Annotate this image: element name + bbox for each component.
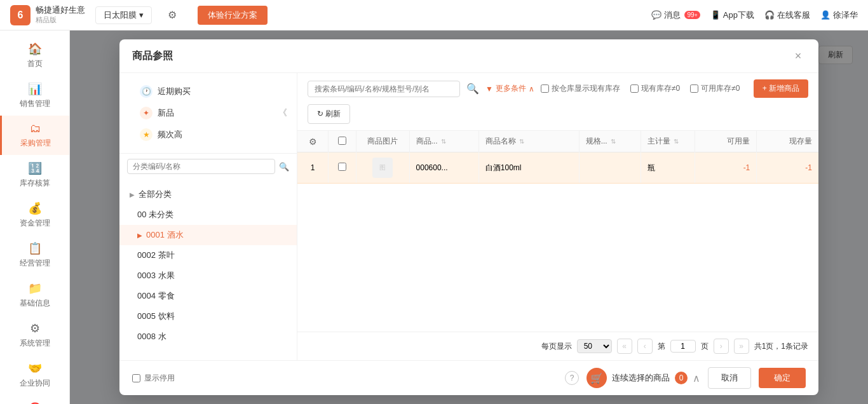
cart-area: 🛒 连续选择的商品 0 ∧: [587, 368, 700, 388]
cat-item-appliance[interactable]: 0010 家电: [119, 347, 297, 353]
settings-icon[interactable]: ⚙: [309, 137, 317, 147]
help-button[interactable]: ?: [565, 371, 579, 385]
col-header-unit[interactable]: 主计量 ⇅: [641, 131, 695, 152]
col-header-stock: 现存量: [757, 131, 818, 152]
brand-name: 畅捷通好生意: [36, 5, 85, 16]
sidebar-item-basic-info[interactable]: 📁 基础信息: [0, 275, 69, 315]
sidebar-item-guide[interactable]: 🎯 新手引导: [0, 395, 69, 404]
sidebar-item-finance[interactable]: 💰 资金管理: [0, 195, 69, 235]
next-page-button[interactable]: ›: [714, 339, 729, 354]
modal-left-panel: 🕐 近期购买 ✦ 新品 ★ 频次高: [119, 73, 297, 360]
product-reference-modal: 商品参照 × 🕐 近期购买: [119, 39, 818, 395]
checkbox-group: 按仓库显示现有库存 现有库存≠0 可用库存≠0: [541, 83, 740, 94]
cancel-button[interactable]: 取消: [708, 367, 751, 389]
user-profile-button[interactable]: 👤 徐泽华: [820, 10, 858, 21]
modal-title: 商品参照: [132, 50, 173, 63]
row-checkbox[interactable]: [329, 152, 356, 184]
recent-purchase-item[interactable]: 🕐 近期购买: [132, 81, 198, 102]
checkbox-stock[interactable]: 现有库存≠0: [630, 83, 680, 94]
frequent-item[interactable]: ★ 频次高: [132, 124, 198, 145]
try-button[interactable]: 体验行业方案: [198, 6, 268, 25]
cat-item-drink[interactable]: 0005 饮料: [119, 306, 297, 327]
app-download-button[interactable]: 📱 App下载: [710, 10, 754, 21]
avatar: 👤: [820, 10, 831, 20]
cat-item-fruit[interactable]: 0003 水果: [119, 266, 297, 286]
category-search-input[interactable]: [127, 159, 275, 174]
pagination: 每页显示 50 10 20 100 « ‹ 第 页: [297, 332, 818, 360]
collapse-left-button[interactable]: 《: [276, 107, 289, 119]
cart-icon: 🛒: [587, 368, 607, 388]
checkbox-avail[interactable]: 可用库存≠0: [690, 83, 740, 94]
cart-label: 连续选择的商品: [612, 372, 670, 384]
last-page-button[interactable]: »: [734, 339, 749, 354]
recent-icon: 🕐: [140, 85, 153, 98]
table-row[interactable]: 1 图 000600... 白酒100ml 瓶 -1 -1: [297, 152, 818, 184]
sort-icon: ⇅: [611, 138, 616, 145]
search-icon[interactable]: 🔍: [466, 83, 479, 95]
operation-icon: 📋: [28, 241, 42, 255]
store-dropdown-icon: ▾: [139, 10, 144, 20]
messages-button[interactable]: 💬 消息 99+: [651, 10, 700, 21]
cat-label: 0001 酒水: [146, 229, 184, 241]
sidebar-item-sales[interactable]: 📊 销售管理: [0, 76, 69, 116]
cat-item-water[interactable]: 0008 水: [119, 327, 297, 347]
cat-item-uncat[interactable]: 00 未分类: [119, 205, 297, 225]
cooperation-icon: 🤝: [28, 361, 42, 375]
cat-label: 全部分类: [139, 189, 172, 200]
product-table-container: ⚙ 商品图片: [297, 131, 818, 332]
show-disabled-input[interactable]: [132, 374, 140, 382]
col-header-code[interactable]: 商品... ⇅: [409, 131, 478, 152]
prev-page-button[interactable]: ‹: [637, 339, 653, 354]
main-layout: 🏠 首页 📊 销售管理 🗂 采购管理 🔢 库存核算 💰 资金管理 📋 经营管理 …: [0, 30, 868, 404]
modal-body: 🕐 近期购买 ✦ 新品 ★ 频次高: [119, 73, 818, 360]
checkbox-avail-input[interactable]: [690, 84, 698, 93]
store-selector[interactable]: 日太阳膜 ▾: [95, 6, 152, 24]
collapse-cart-button[interactable]: ∧: [693, 372, 700, 384]
sidebar-item-purchase[interactable]: 🗂 采购管理: [0, 116, 69, 155]
modal-close-button[interactable]: ×: [790, 48, 806, 64]
cat-item-tea[interactable]: 0002 茶叶: [119, 245, 297, 266]
sidebar-item-operation[interactable]: 📋 经营管理: [0, 235, 69, 275]
row-num: 1: [297, 152, 329, 184]
new-label: 新品: [158, 107, 174, 119]
add-product-button[interactable]: + 新增商品: [754, 79, 808, 98]
product-search-input[interactable]: [308, 81, 460, 97]
refresh-button[interactable]: ↻ 刷新: [308, 104, 350, 124]
cat-item-snack[interactable]: 0004 零食: [119, 286, 297, 306]
sidebar-item-cooperation[interactable]: 🤝 企业协同: [0, 355, 69, 395]
select-all-checkbox[interactable]: [338, 137, 346, 145]
sidebar-item-home[interactable]: 🏠 首页: [0, 36, 69, 76]
checkbox-stock-input[interactable]: [630, 84, 639, 93]
checkbox-warehouse[interactable]: 按仓库显示现有库存: [541, 83, 620, 94]
logo-area: 6 畅捷通好生意 精品版: [10, 5, 85, 25]
username-label: 徐泽华: [833, 10, 858, 21]
cat-item-all[interactable]: ▶ 全部分类: [119, 184, 297, 205]
new-product-item[interactable]: ✦ 新品: [132, 102, 198, 124]
sidebar-item-system[interactable]: ⚙ 系统管理: [0, 315, 69, 355]
show-disabled-checkbox[interactable]: 显示停用: [132, 373, 175, 384]
page-number-input[interactable]: [670, 340, 696, 353]
online-service-button[interactable]: 🎧 在线客服: [764, 10, 810, 21]
online-service-label: 在线客服: [777, 10, 810, 21]
modal-footer: 显示停用 ? 🛒 连续选择的商品 0 ∧ 取消 确定: [119, 360, 818, 395]
cat-item-liquor[interactable]: ▶ 0001 酒水: [119, 225, 297, 245]
col-header-spec[interactable]: 规格... ⇅: [579, 131, 641, 152]
checkbox-warehouse-input[interactable]: [541, 84, 549, 93]
page-label: 第: [658, 341, 665, 352]
filter-button[interactable]: ▼ 更多条件 ∧: [485, 83, 534, 94]
checkbox-stock-label: 现有库存≠0: [641, 83, 680, 94]
col-header-name[interactable]: 商品名称 ⇅: [478, 131, 579, 152]
arrow-icon: ▶: [137, 232, 142, 239]
gear-button[interactable]: ⚙: [162, 5, 182, 25]
search-toolbar: 🔍 ▼ 更多条件 ∧ 按仓库显示现有库存: [297, 73, 818, 131]
confirm-button[interactable]: 确定: [759, 368, 806, 388]
freq-label: 频次高: [158, 129, 182, 140]
per-page-select[interactable]: 50 10 20 100: [577, 339, 612, 353]
first-page-button[interactable]: «: [617, 339, 632, 354]
category-search-icon[interactable]: 🔍: [279, 162, 289, 172]
message-icon: 💬: [651, 10, 661, 20]
sidebar-item-inventory[interactable]: 🔢 库存核算: [0, 155, 69, 195]
nav-right: 💬 消息 99+ 📱 App下载 🎧 在线客服 👤 徐泽华: [651, 10, 858, 21]
sort-icon: ⇅: [674, 138, 679, 145]
total-records-label: 共1页，1条记录: [754, 341, 808, 352]
